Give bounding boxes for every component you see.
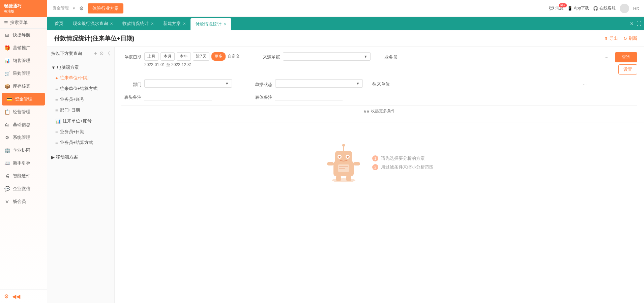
notification-btn[interactable]: 💬 消息 99+ — [549, 5, 563, 11]
sidebar-item-system[interactable]: ⚙ 系统管理 — [0, 131, 47, 144]
sidebar-item-corp-collab[interactable]: 🏢 企业协同 — [0, 144, 47, 157]
sidebar-settings-icon[interactable]: ⚙ — [4, 293, 9, 300]
sidebar-item-operations[interactable]: 📋 经营管理 — [0, 105, 47, 118]
svg-rect-9 — [327, 162, 334, 165]
scheme-settings-icon[interactable]: ⊙ — [99, 50, 104, 57]
corp-collab-label: 企业协同 — [13, 147, 30, 153]
logo-sub: 标准版 — [4, 9, 22, 14]
tab-home[interactable]: 首页 — [50, 17, 68, 30]
sidebar-item-member[interactable]: V 畅会员 — [0, 195, 47, 208]
hint2-num: 2 — [372, 164, 378, 170]
refresh-btn[interactable]: ↻ 刷新 — [623, 35, 637, 41]
svg-rect-10 — [353, 162, 360, 165]
query-btn[interactable]: 查询 — [615, 52, 637, 62]
unit-settle-label: 往来单位+结算方式 — [60, 86, 98, 92]
this-year-btn[interactable]: 本年 — [177, 52, 191, 61]
body-notes-input[interactable] — [275, 92, 343, 100]
tab-bar: 首页 现金银行流水查询 ✕ 收款情况统计 ✕ 新建方案 ✕ 付款情况统计 ✕ ✕… — [47, 17, 644, 30]
scheme-item-dept-date[interactable]: ≡ 部门+日期 — [47, 105, 114, 116]
topbar-dropdown-icon[interactable]: ▾ — [73, 6, 75, 11]
sidebar-item-marketing[interactable]: 🎁 营销推广 — [0, 41, 47, 54]
tab-close-all-icon[interactable]: ✕ — [630, 21, 634, 26]
sidebar-item-purchase[interactable]: 🛒 采购管理 — [0, 67, 47, 80]
sidebar-search-menu[interactable]: ☰ 搜索菜单 — [0, 17, 47, 29]
scheme-item-unit-account[interactable]: 📊 往来单位+账号 — [47, 116, 114, 126]
more-btn[interactable]: 更多 — [211, 52, 226, 61]
page-title: 付款情况统计(往来单位+日期) — [54, 34, 604, 42]
tab-receipt-stat[interactable]: 收款情况统计 ✕ — [118, 17, 158, 30]
topbar-gear-icon[interactable]: ⚙ — [79, 5, 84, 11]
sidebar-item-corp-wechat[interactable]: 💬 企业微信 — [0, 182, 47, 195]
online-service-label: 在线客服 — [599, 5, 616, 11]
scheme-item-staff-date[interactable]: ≡ 业务员+日期 — [47, 126, 114, 137]
scheme-item-unit-settle[interactable]: ≡ 往来单位+结算方式 — [47, 83, 114, 94]
tab-payment-stat-close[interactable]: ✕ — [224, 22, 227, 27]
tab-new-scheme[interactable]: 新建方案 ✕ — [158, 17, 191, 30]
last-month-btn[interactable]: 上月 — [144, 52, 158, 61]
guide-icon: 📖 — [4, 160, 10, 166]
tab-expand-icon[interactable]: ⛶ — [637, 21, 641, 26]
export-btn-label: 导出 — [609, 35, 618, 41]
tab-receipt-stat-close[interactable]: ✕ — [151, 22, 154, 26]
svg-point-4 — [342, 144, 345, 147]
mobile-group-label[interactable]: ▶ 移动端方案 — [47, 152, 114, 162]
export-btn[interactable]: ⬆ 导出 — [604, 35, 618, 41]
header-notes-input[interactable] — [144, 92, 212, 100]
partner-ellipsis[interactable]: ... — [583, 81, 587, 86]
tab-bank-flow-close[interactable]: ✕ — [110, 22, 113, 26]
finance-label: 资金管理 — [15, 96, 32, 102]
system-icon: ⚙ — [4, 135, 10, 140]
settings-btn[interactable]: 设置 — [618, 64, 637, 74]
online-service-btn[interactable]: 🎧 在线客服 — [593, 5, 616, 11]
doc-status-select[interactable]: ▾ — [275, 79, 363, 88]
tab-payment-stat[interactable]: 付款情况统计 ✕ — [191, 18, 231, 30]
source-doc-select[interactable]: ▾ — [283, 52, 371, 61]
purchase-label: 采购管理 — [13, 70, 30, 77]
filter-area: 单据日期 上月 本月 本年 近7天 更多 自定义 20 — [115, 47, 644, 122]
scheme-item-staff-account[interactable]: ≡ 业务员+账号 — [47, 94, 114, 105]
unit-settle-icon: ≡ — [55, 86, 58, 91]
sidebar-item-inventory[interactable]: 📦 库存核算 — [0, 80, 47, 93]
svg-point-8 — [347, 156, 349, 158]
sidebar-logo: 畅捷通巧 标准版 — [0, 0, 47, 17]
scheme-item-unit-date[interactable]: ● 往来单位+日期 — [47, 72, 114, 83]
desktop-scheme-group: ▼ 电脑端方案 ● 往来单位+日期 ≡ 往来单位+结算方式 ≡ 业务员+账号 — [47, 60, 114, 150]
dept-select[interactable]: ▾ — [144, 79, 232, 88]
staff-date-icon: ≡ — [55, 129, 58, 134]
date-range: 2022-01-01 至 2022-12-31 — [144, 62, 240, 68]
sidebar-item-finance[interactable]: 💳 资金管理 — [2, 93, 45, 105]
salesperson-ellipsis[interactable]: ... — [605, 54, 608, 59]
tab-new-scheme-close[interactable]: ✕ — [183, 22, 186, 26]
quick-nav-label: 快捷导航 — [13, 32, 30, 38]
app-download-label: App下载 — [574, 5, 589, 11]
sidebar-collapse-icon[interactable]: ◀◀ — [12, 293, 20, 300]
hint1-item: 1 请先选择要分析的方案 — [372, 155, 434, 161]
this-month-btn[interactable]: 本月 — [160, 52, 175, 61]
user-avatar[interactable] — [620, 4, 629, 13]
user-name: Rit — [633, 6, 639, 11]
try-industry-btn[interactable]: 体验行业方案 — [88, 3, 123, 13]
scheme-collapse-icon[interactable]: 《 — [105, 50, 110, 57]
7days-btn[interactable]: 近7天 — [193, 52, 209, 61]
desktop-group-label[interactable]: ▼ 电脑端方案 — [47, 62, 114, 72]
smart-hw-icon: 🖨 — [4, 173, 10, 179]
sidebar-item-guide[interactable]: 📖 新手引导 — [0, 157, 47, 170]
export-icon: ⬆ — [604, 36, 608, 41]
corp-wechat-label: 企业微信 — [13, 186, 30, 192]
sidebar-item-quick-nav[interactable]: ⊞ 快捷导航 — [0, 29, 47, 41]
tab-receipt-stat-label: 收款情况统计 — [122, 21, 149, 27]
sidebar-item-sales[interactable]: 📊 销售管理 — [0, 54, 47, 67]
add-scheme-icon[interactable]: ＋ — [93, 50, 98, 57]
desktop-group-text: 电脑端方案 — [57, 64, 79, 70]
header-notes-label: 表头备注 — [121, 92, 142, 100]
tab-bank-flow[interactable]: 现金银行流水查询 ✕ — [68, 17, 118, 30]
app-download-btn[interactable]: 📱 App下载 — [567, 5, 589, 11]
tabs-right-actions: ✕ ⛶ — [630, 17, 641, 30]
sidebar-item-basic-info[interactable]: 🗂 基础信息 — [0, 118, 47, 131]
scheme-item-staff-settle[interactable]: ≡ 业务员+结算方式 — [47, 137, 114, 148]
sidebar-bottom: ⚙ ◀◀ — [0, 290, 47, 303]
sidebar-item-smart-hw[interactable]: 🖨 智能硬件 — [0, 170, 47, 182]
unit-date-icon: ● — [55, 75, 58, 81]
collapse-more-btn[interactable]: ∧∧ 收起更多条件 — [121, 105, 637, 117]
dept-label: 部门 — [121, 80, 142, 88]
